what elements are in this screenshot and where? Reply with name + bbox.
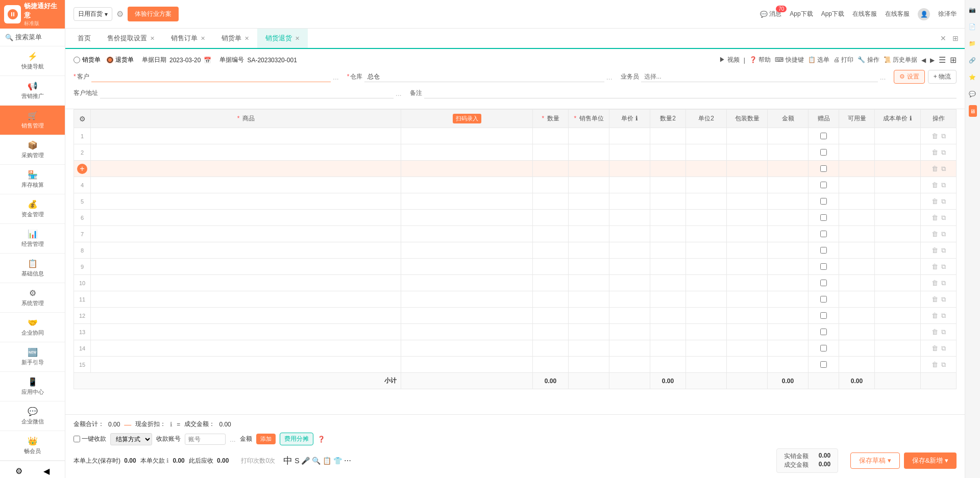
delete-icon[interactable]: 🗑 (932, 132, 938, 140)
right-panel-btn-4[interactable]: 🔗 (967, 55, 978, 65)
qty-cell[interactable] (533, 128, 569, 144)
copy-icon[interactable]: ⧉ (941, 295, 946, 304)
product-cell[interactable] (91, 128, 401, 144)
tool-5-icon[interactable]: 👕 (333, 457, 342, 465)
help-btn[interactable]: ❓ 帮助 (749, 56, 771, 64)
warehouse-input[interactable] (364, 71, 604, 82)
salesperson-dots[interactable]: ... (880, 73, 886, 81)
save-new-button[interactable]: 保存&新增 ▾ (904, 452, 957, 469)
select-btn[interactable]: 📋 选单 (808, 56, 829, 64)
experience-button[interactable]: 体验行业方案 (128, 7, 179, 21)
sidebar-item-guide[interactable]: 🆕 新手引导 (0, 342, 65, 372)
unit2-cell[interactable] (686, 128, 727, 144)
table-settings-icon[interactable]: ⚙ (79, 115, 86, 123)
pkg-cell[interactable] (727, 128, 768, 144)
right-panel-btn-6[interactable]: 💬 (967, 88, 978, 99)
amount-cell[interactable] (768, 128, 808, 144)
price-cell[interactable] (609, 128, 650, 144)
delete-icon[interactable]: 🗑 (932, 214, 938, 221)
product-input[interactable] (94, 165, 398, 172)
delete-icon[interactable]: 🗑 (932, 344, 938, 352)
copy-icon[interactable]: ⧉ (941, 181, 946, 189)
sidebar-item-wechat[interactable]: 💬 企业微信 (0, 401, 65, 431)
tab-sales-return[interactable]: 销货退货 ✕ (257, 29, 308, 49)
sidebar-item-appstore[interactable]: 📱 应用中心 (0, 372, 65, 401)
radio-delivery[interactable]: 销货单 (74, 56, 101, 64)
save-draft-button[interactable]: 保存草稿 ▾ (850, 452, 900, 469)
tab-sales-return-close[interactable]: ✕ (295, 35, 300, 42)
print-btn[interactable]: 🖨 打印 (834, 56, 853, 64)
account-input[interactable] (185, 434, 226, 445)
online-service-link[interactable]: 在线客服 (852, 10, 877, 18)
app-download-link[interactable]: App下载 (790, 10, 813, 18)
tab-home[interactable]: 首页 (69, 29, 99, 49)
copy-icon[interactable]: ⧉ (941, 328, 946, 336)
view-list-icon[interactable]: ☰ (939, 55, 946, 65)
app-download-text[interactable]: App下载 (821, 10, 844, 18)
operation-btn[interactable]: 🔧 操作 (857, 56, 879, 64)
delete-icon[interactable]: 🗑 (932, 197, 938, 205)
tab-sales-order[interactable]: 销售订单 ✕ (163, 29, 213, 49)
tab-sales-order-close[interactable]: ✕ (201, 35, 205, 42)
sidebar-item-shortcut[interactable]: ⚡ 快捷导航 (0, 46, 65, 76)
video-btn[interactable]: ▶ 视频 (719, 56, 739, 64)
tool-4-icon[interactable]: 📋 (323, 457, 331, 465)
tool-3-icon[interactable]: 🔍 (312, 457, 321, 465)
customer-dots[interactable]: ... (333, 73, 339, 81)
avail-cell[interactable] (839, 128, 875, 144)
copy-icon[interactable]: ⧉ (941, 246, 946, 255)
delete-icon[interactable]: 🗑 (932, 295, 938, 303)
scan-input-button[interactable]: 扫码录入 (453, 114, 481, 123)
unit-cell[interactable] (569, 128, 609, 144)
right-panel-btn-7[interactable]: 🖥 (969, 105, 977, 117)
customer-input[interactable] (91, 71, 331, 82)
copy-icon[interactable]: ⧉ (941, 279, 946, 287)
address-input[interactable] (100, 88, 394, 98)
sidebar-item-purchase[interactable]: 📦 采购管理 (0, 135, 65, 165)
delete-icon[interactable]: 🗑 (932, 312, 938, 319)
tab-sales-delivery[interactable]: 销货单 ✕ (213, 29, 257, 49)
collapse-icon[interactable]: ◀ (43, 466, 50, 476)
copy-icon[interactable]: ⧉ (941, 214, 946, 222)
discount-help-icon[interactable]: ℹ (170, 421, 173, 428)
sidebar-item-enterprise[interactable]: 🤝 企业协同 (0, 313, 65, 342)
logistics-button[interactable]: + 物流 (928, 70, 957, 84)
copy-icon[interactable]: ⧉ (941, 165, 946, 173)
copy-icon[interactable]: ⧉ (941, 263, 946, 271)
remark-input[interactable] (424, 88, 957, 98)
nav-prev-icon[interactable]: ◀ (921, 57, 926, 64)
right-panel-btn-2[interactable]: 📄 (967, 21, 978, 32)
address-dots[interactable]: ... (396, 89, 402, 97)
sidebar-item-sales[interactable]: 🛒 销售管理 (0, 106, 65, 135)
tab-menu-button[interactable]: ⊞ (950, 32, 961, 44)
radio-return[interactable]: 退货单 (107, 56, 134, 64)
view-grid-icon[interactable]: ⊞ (950, 55, 957, 65)
right-panel-btn-1[interactable]: 📷 (967, 4, 978, 15)
expense-split-button[interactable]: 费用分摊 (280, 433, 313, 445)
settings-icon[interactable]: ⚙ (15, 466, 22, 476)
qty2-cell[interactable] (650, 128, 686, 144)
search-menu[interactable]: 🔍 搜索菜单 (0, 29, 65, 46)
payment-checkbox-label[interactable]: 一键收款 (74, 435, 106, 443)
sidebar-item-inventory[interactable]: 🏪 库存核算 (0, 165, 65, 194)
copy-icon[interactable]: ⧉ (941, 132, 946, 140)
sidebar-item-basic[interactable]: 📋 基础信息 (0, 254, 65, 283)
warehouse-dots[interactable]: ... (606, 73, 612, 81)
delete-icon[interactable]: 🗑 (932, 263, 938, 270)
cost-cell[interactable] (875, 128, 921, 144)
sidebar-item-marketing[interactable]: 📢 营销推广 (0, 76, 65, 106)
product-input-cell[interactable] (91, 161, 401, 177)
add-row-button[interactable]: + (77, 164, 87, 174)
tab-sales-delivery-close[interactable]: ✕ (244, 35, 249, 42)
delete-icon[interactable]: 🗑 (932, 328, 938, 336)
shortcut-key-btn[interactable]: ⌨ 快捷键 (775, 56, 803, 64)
sidebar-item-system[interactable]: ⚙ 系统管理 (0, 283, 65, 313)
copy-icon[interactable]: ⧉ (941, 312, 946, 320)
copy-icon[interactable]: ⧉ (941, 197, 946, 206)
breadcrumb-select[interactable]: 日用百货 ▾ (74, 7, 112, 21)
delete-icon[interactable]: 🗑 (932, 279, 938, 287)
settings-button[interactable]: ⚙ 设置 (894, 70, 924, 84)
add-item-button[interactable]: 添加 (256, 434, 276, 444)
delete-icon[interactable]: 🗑 (932, 165, 938, 172)
sidebar-item-operation[interactable]: 📊 经营管理 (0, 224, 65, 254)
